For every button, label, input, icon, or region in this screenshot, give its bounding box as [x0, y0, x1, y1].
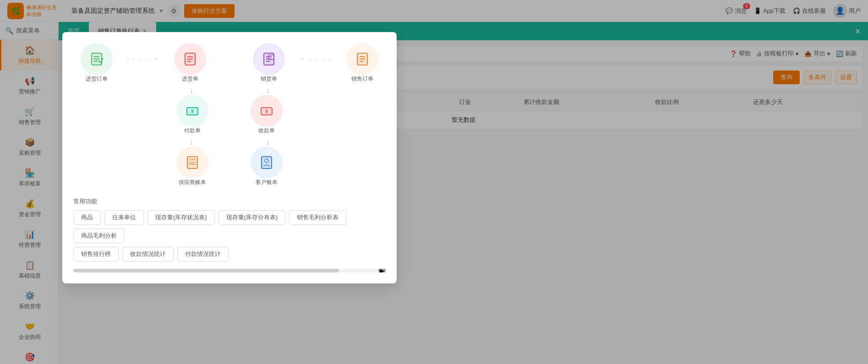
svg-text:¥: ¥ — [265, 109, 268, 114]
supplier-account-icon — [176, 147, 208, 179]
customer-account-icon — [251, 147, 283, 179]
purchase-bill-label: 进货单 — [182, 75, 198, 83]
sales-order-icon — [346, 43, 378, 75]
payment-icon: ¥ — [176, 95, 208, 127]
common-functions-section: 常用功能 商品 往来单位 现存量(库存状况表) 现存量(库存分布表) 销售毛利分… — [73, 197, 386, 272]
flow-node-customer-account[interactable]: 客户账本 — [251, 147, 283, 186]
receipt-icon: ¥ — [251, 95, 283, 127]
func-btn-stock-dist[interactable]: 现存量(库存分布表) — [218, 210, 286, 225]
purchase-order-label: 进货订单 — [86, 75, 108, 83]
func-btn-partner[interactable]: 往来单位 — [104, 210, 144, 225]
popup: 进货订单 - - - - → — [62, 32, 397, 283]
flow-node-sales-order[interactable]: 销售订单 — [346, 43, 378, 83]
func-buttons-row2: 销售排行榜 收款情况统计 付款情况统计 — [73, 247, 386, 261]
purchase-order-icon — [81, 43, 113, 75]
purchase-bill-icon — [174, 43, 206, 75]
flow-node-purchase-bill[interactable]: 进货单 — [174, 43, 206, 83]
customer-account-label: 客户账本 — [256, 179, 278, 186]
supplier-account-label: 供应商账本 — [179, 179, 206, 186]
func-btn-stock-status[interactable]: 现存量(库存状况表) — [147, 210, 215, 225]
func-btn-payment-stats[interactable]: 付款情况统计 — [177, 247, 229, 261]
flow-node-payment[interactable]: ¥ 付款单 — [176, 95, 208, 135]
sales-bill-icon — [253, 43, 285, 75]
receipt-label: 收款单 — [258, 127, 275, 135]
flow-node-purchase-order[interactable]: 进货订单 — [81, 43, 113, 83]
sales-bill-label: 销货单 — [261, 75, 277, 83]
popup-scrollbar[interactable]: ▶ — [73, 269, 386, 272]
down-arrow-receipt: ↓ — [249, 138, 286, 147]
common-func-title: 常用功能 — [73, 197, 386, 206]
func-buttons: 商品 往来单位 现存量(库存状况表) 现存量(库存分布表) 销售毛利分析表 商品… — [73, 210, 386, 243]
down-arrow-purchase-bill: ↓ — [173, 87, 210, 95]
svg-rect-29 — [189, 158, 196, 160]
func-btn-sales-profit[interactable]: 销售毛利分析表 — [289, 210, 346, 225]
flow-node-sales-bill[interactable]: 销货单 — [253, 43, 285, 83]
flow-node-supplier-account[interactable]: 供应商账本 — [176, 147, 208, 186]
payment-label: 付款单 — [184, 127, 201, 135]
overlay[interactable]: 进货订单 - - - - → — [0, 0, 868, 364]
down-arrow-sales-bill: ↓ — [249, 87, 286, 95]
func-btn-sales-ranking[interactable]: 销售排行榜 — [73, 247, 119, 261]
flow-node-receipt[interactable]: ¥ 收款单 — [251, 95, 283, 135]
func-btn-product[interactable]: 商品 — [73, 210, 101, 225]
func-btn-product-profit[interactable]: 商品毛利分析 — [73, 228, 125, 243]
func-btn-receipt-stats[interactable]: 收款情况统计 — [122, 247, 174, 261]
down-arrow-payment: ↓ — [173, 138, 210, 147]
sales-order-label: 销售订单 — [351, 75, 373, 83]
svg-text:¥: ¥ — [191, 109, 194, 114]
